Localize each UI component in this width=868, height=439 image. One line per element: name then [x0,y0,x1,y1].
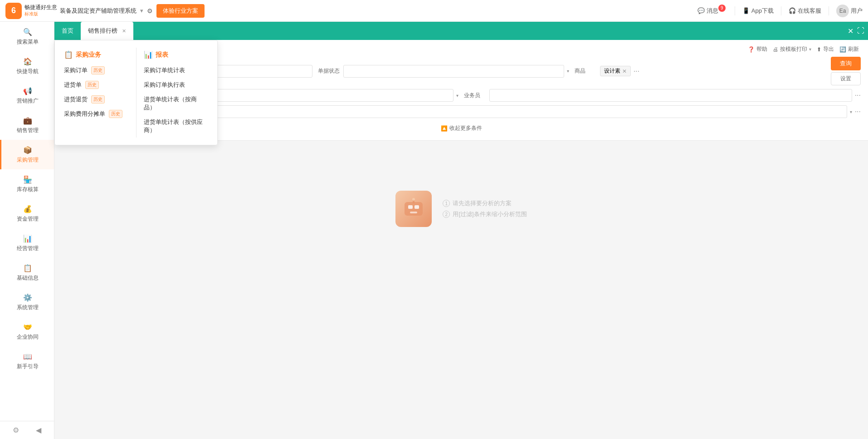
divider3 [829,6,829,15]
print-chevron-icon: ▾ [809,47,811,52]
dropdown-item-report-receipt-goods[interactable]: 进货单统计表（按商品） [138,92,214,115]
industry-btn[interactable]: 体验行业方案 [156,4,205,18]
refresh-btn[interactable]: 🔄 刷新 [839,45,859,53]
dropdown-item-purchase-expense[interactable]: 采购费用分摊单 历史 [59,107,134,121]
dropdown-menu: 📋 采购业务 采购订单 历史 进货单 历史 进货退货 历史 采购费用分摊单 [54,40,218,145]
topbar-center: 装备及固定资产辅助管理系统 ▾ ⚙ 体验行业方案 [60,4,697,18]
home-icon: 🏠 [23,57,32,66]
svg-rect-2 [414,205,419,209]
sidebar-item-purchase[interactable]: 📦 采购管理 [0,140,54,169]
logo-text: 畅捷通好生意 标准版 [24,4,57,18]
svg-rect-0 [405,202,423,216]
logo-icon: 6 [5,3,22,19]
sidebar-item-finance[interactable]: 💰 资金管理 [0,199,54,228]
svg-rect-3 [410,212,417,213]
report-col-icon: 📊 [144,50,153,59]
system-name: 装备及固定资产辅助管理系统 [60,7,137,15]
goods-tag-close[interactable]: ✕ [622,68,627,74]
empty-illustration [395,191,432,227]
set-btn[interactable]: 设置 [831,72,861,85]
guide-icon: 📖 [23,352,32,361]
dropdown-item-report-receipt-supplier[interactable]: 进货单统计表（按供应商） [138,115,214,138]
sidebar-item-operations[interactable]: 📊 经营管理 [0,228,54,258]
hist-badge-0: 历史 [91,66,105,74]
search-icon: 🔍 [23,27,32,36]
tabbar-right-icons: ✕ ⛶ [848,27,864,35]
help-btn[interactable]: ❓ 帮助 [748,45,767,53]
sidebar-item-system[interactable]: ⚙️ 系统管理 [0,287,54,317]
system-icon: ⚙️ [23,293,32,302]
sidebar-item-search[interactable]: 🔍 搜索菜单 [0,22,54,51]
customer-chevron-icon[interactable]: ▾ [850,109,852,114]
dropdown-item-purchase-order[interactable]: 采购订单 历史 [59,63,134,78]
refresh-icon: 🔄 [839,46,846,53]
dropdown-item-purchase-receipt[interactable]: 进货单 历史 [59,78,134,92]
sidebar-item-marketing[interactable]: 📢 营销推广 [0,81,54,110]
topbar-right: 💬 消息 9 📱 App下载 🎧 在线客服 Ea 用户 [697,5,863,17]
sales-icon: 💼 [23,116,32,125]
operations-icon: 📊 [23,234,32,243]
status-input[interactable] [343,65,564,78]
online-service-btn[interactable]: 🎧 在线客服 [789,7,821,15]
tab-home[interactable]: 首页 [54,22,81,40]
chevron-down-icon[interactable]: ▾ [140,7,143,14]
sidebar-item-quicknav[interactable]: 🏠 快捷导航 [0,51,54,81]
settings-icon[interactable]: ⚙ [147,7,153,15]
goods-more-btn[interactable]: ··· [634,67,639,75]
empty-hint-1: 1 请先选择要分析的方案 [443,199,527,207]
dropdown-item-report-order-exec[interactable]: 采购订单执行表 [138,78,214,92]
report-col: 📊 报表 采购订单统计表 采购订单执行表 进货单统计表（按商品） 进货单统计表（… [138,48,214,138]
sidebar-item-inventory[interactable]: 🏪 库存核算 [0,169,54,199]
message-btn[interactable]: 💬 消息 9 [697,7,727,15]
filter-salesman: 业务员 ··· [464,89,861,102]
print-btn[interactable]: 🖨 按模板打印 ▾ [773,45,811,53]
sidebar-collapse-icon[interactable]: ◀ [36,426,41,434]
tab-close-icon[interactable]: ✕ [122,28,126,34]
tabbar: 首页 销售排行榜 ✕ ✕ ⛶ [54,22,868,40]
dropdown-item-report-order-stat[interactable]: 采购订单统计表 [138,63,214,78]
empty-hint-2: 2 用[过滤]条件来缩小分析范围 [443,210,527,218]
purchase-col-header: 📋 采购业务 [59,48,134,63]
sidebar-settings-icon[interactable]: ⚙ [13,426,19,434]
salesman-more-btn[interactable]: ··· [855,91,861,99]
sidebar-item-sales[interactable]: 💼 销售管理 [0,110,54,140]
purchase-icon: 📦 [23,145,32,154]
purchase-col-icon: 📋 [64,50,73,59]
report-col-header: 📊 报表 [138,48,214,63]
rank-chevron-icon[interactable]: ▾ [456,93,458,98]
logo-area: 6 畅捷通好生意 标准版 [5,3,60,19]
finance-icon: 💰 [23,204,32,213]
sidebar-item-guide[interactable]: 📖 新手引导 [0,346,54,376]
marketing-icon: 📢 [23,86,32,95]
inventory-icon: 🏪 [23,175,32,184]
svg-point-5 [412,198,415,201]
print-icon: 🖨 [773,46,778,53]
app-download-btn[interactable]: 📱 App下载 [742,7,774,15]
status-chevron-icon[interactable]: ▾ [567,69,569,74]
collapse-icon: 🔼 [441,125,448,132]
customer-more-btn[interactable]: ··· [855,108,861,116]
message-icon: 💬 [697,7,705,14]
user-btn[interactable]: Ea 用户 [836,5,863,17]
sidebar: 🔍 搜索菜单 🏠 快捷导航 📢 营销推广 💼 销售管理 📦 采购管理 🏪 库存核… [0,22,54,439]
robot-svg [400,195,427,222]
sidebar-item-basic[interactable]: 📋 基础信息 [0,258,54,287]
export-btn[interactable]: ⬆ 导出 [817,45,834,53]
phone-icon: 📱 [742,7,750,14]
tab-close-all-icon[interactable]: ✕ [848,27,853,35]
dropdown-divider [136,48,137,138]
headset-icon: 🎧 [789,7,796,14]
tab-sales-rank[interactable]: 销售排行榜 ✕ [81,22,133,40]
dropdown-item-purchase-return[interactable]: 进货退货 历史 [59,92,134,107]
tab-resize-icon[interactable]: ⛶ [857,27,864,35]
query-btn[interactable]: 查询 [831,57,861,70]
message-badge: 9 [718,5,726,12]
cooperation-icon: 🤝 [23,322,32,331]
help-icon: ❓ [748,46,755,53]
avatar: Ea [836,5,849,17]
dropdown-columns: 📋 采购业务 采购订单 历史 进货单 历史 进货退货 历史 采购费用分摊单 [55,44,217,141]
hist-badge-1: 历史 [85,81,99,89]
sidebar-item-cooperation[interactable]: 🤝 企业协同 [0,317,54,346]
empty-texts: 1 请先选择要分析的方案 2 用[过滤]条件来缩小分析范围 [443,199,527,218]
salesman-input[interactable] [489,89,852,102]
